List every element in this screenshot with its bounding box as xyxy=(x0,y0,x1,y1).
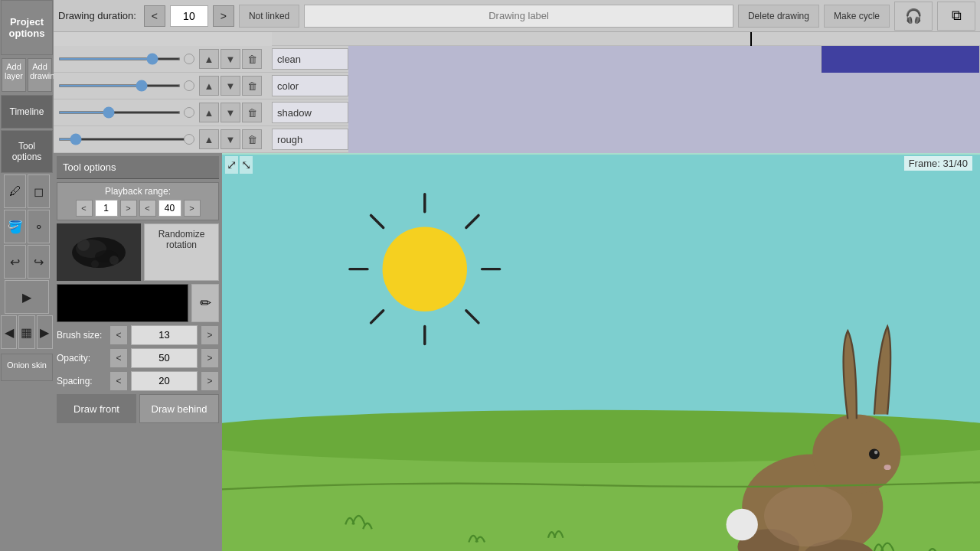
onion-skin-button[interactable]: Onion skin xyxy=(1,354,53,381)
duration-next-button[interactable]: > xyxy=(213,5,234,27)
layers-area: ▲ ▼ 🗑 clean xyxy=(54,46,980,153)
duration-prev-button[interactable]: < xyxy=(144,5,165,27)
playback-range-controls: < 1 > < 40 > xyxy=(76,200,201,217)
spacing-value[interactable]: 20 xyxy=(131,371,198,391)
svg-point-20 xyxy=(869,448,880,459)
play-button[interactable]: ▶ xyxy=(5,280,49,314)
brush-size-row: Brush size: < 13 > xyxy=(57,325,219,345)
svg-point-4 xyxy=(109,256,119,265)
opacity-value[interactable]: 50 xyxy=(131,348,198,368)
layer-down-button[interactable]: ▼ xyxy=(220,103,240,122)
playback-range: Playback range: < 1 > < 40 > xyxy=(57,182,219,220)
layer-up-button[interactable]: ▲ xyxy=(199,129,219,149)
layer-timeline-clean xyxy=(348,46,980,73)
add-drawing-button[interactable]: Add drawing xyxy=(28,58,52,92)
layer-slider-rough[interactable] xyxy=(58,138,187,141)
layer-timeline-rough xyxy=(348,126,980,153)
layer-up-button[interactable]: ▲ xyxy=(199,49,219,69)
draw-mode-buttons: Draw front Draw behind xyxy=(57,394,219,423)
lasso-tool-button[interactable]: ⚬ xyxy=(28,210,50,243)
layer-slider-shadow[interactable] xyxy=(58,111,181,114)
spacing-row: Spacing: < 20 > xyxy=(57,371,219,391)
timeline-button[interactable]: Timeline xyxy=(1,95,53,129)
layer-delete-button[interactable]: 🗑 xyxy=(242,129,262,149)
headphones-icon[interactable]: 🎧 xyxy=(894,2,933,31)
color-swatch[interactable] xyxy=(57,284,188,322)
opacity-label: Opacity: xyxy=(57,353,106,364)
range-end-prev-button[interactable]: < xyxy=(139,200,156,217)
timeline-panel: Drawing duration: < 10 > Not linked Dele… xyxy=(54,0,980,153)
left-sidebar: Project options Add layer Add drawing Ti… xyxy=(0,0,54,551)
duration-value[interactable]: 10 xyxy=(170,5,208,27)
layer-delete-button[interactable]: 🗑 xyxy=(242,76,262,96)
layer-row-clean: ▲ ▼ 🗑 clean xyxy=(54,46,980,73)
tool-icon-row-4: ▶ xyxy=(1,280,53,314)
redo-button[interactable]: ↪ xyxy=(28,245,50,279)
brush-size-label: Brush size: xyxy=(57,330,106,341)
opacity-dec-button[interactable]: < xyxy=(109,348,128,368)
spacing-dec-button[interactable]: < xyxy=(109,371,128,391)
duration-label: Drawing duration: xyxy=(58,10,136,21)
layer-down-button[interactable]: ▼ xyxy=(220,129,240,149)
tool-options-title: Tool options xyxy=(63,161,116,173)
onion-button[interactable]: ▦ xyxy=(18,315,34,349)
fill-tool-button[interactable]: 🪣 xyxy=(4,210,26,243)
range-start-next-button[interactable]: > xyxy=(120,200,137,217)
layer-delete-button[interactable]: 🗑 xyxy=(242,49,262,69)
brush-size-inc-button[interactable]: > xyxy=(201,325,219,345)
undo-button[interactable]: ↩ xyxy=(4,245,26,279)
svg-point-26 xyxy=(764,485,852,547)
range-start-value[interactable]: 1 xyxy=(95,200,118,217)
layer-row-color: ▲ ▼ 🗑 color xyxy=(54,73,980,99)
expand-icon[interactable]: ⤢ xyxy=(225,156,238,174)
not-linked-button[interactable]: Not linked xyxy=(239,5,299,28)
layer-controls-shadow: ▲ ▼ 🗑 xyxy=(199,103,272,122)
layer-controls-color: ▲ ▼ 🗑 xyxy=(199,76,272,96)
layer-name-clean: clean xyxy=(272,48,348,70)
brush-size-value[interactable]: 13 xyxy=(131,325,198,345)
layer-slider-area-shadow xyxy=(54,107,199,118)
range-end-next-button[interactable]: > xyxy=(184,200,201,217)
main-area: Drawing duration: < 10 > Not linked Dele… xyxy=(54,0,980,551)
layer-timeline-shadow xyxy=(348,99,980,126)
playhead[interactable] xyxy=(750,32,752,46)
opacity-inc-button[interactable]: > xyxy=(201,348,219,368)
color-picker-button[interactable]: ✏ xyxy=(191,284,219,322)
layer-slider-clean[interactable] xyxy=(58,57,181,60)
randomize-rotation-button[interactable]: Randomize rotation xyxy=(144,223,219,281)
expand-controls: ⤢ ⤡ xyxy=(225,156,253,174)
layer-up-button[interactable]: ▲ xyxy=(199,76,219,96)
svg-point-19 xyxy=(812,415,900,494)
opacity-row: Opacity: < 50 > xyxy=(57,348,219,368)
project-options-button[interactable]: Project options xyxy=(1,0,53,55)
range-end-value[interactable]: 40 xyxy=(158,200,181,217)
tool-icon-row-2: 🪣 ⚬ xyxy=(1,210,53,243)
layer-row-rough: ▲ ▼ 🗑 rough xyxy=(54,126,980,153)
shrink-icon[interactable]: ⤡ xyxy=(240,156,253,174)
svg-point-3 xyxy=(77,239,90,251)
next-frame-button[interactable]: ▶ xyxy=(37,315,53,349)
layer-up-button[interactable]: ▲ xyxy=(199,103,219,122)
layer-delete-button[interactable]: 🗑 xyxy=(242,103,262,122)
layer-controls-rough: ▲ ▼ 🗑 xyxy=(199,129,272,149)
brush-tool-button[interactable]: 🖊 xyxy=(4,174,26,208)
layers-icon[interactable]: ⧉ xyxy=(937,2,975,31)
add-layer-button[interactable]: Add layer xyxy=(2,58,26,92)
prev-frame-button[interactable]: ◀ xyxy=(1,315,17,349)
scene-canvas[interactable] xyxy=(222,153,980,551)
draw-front-button[interactable]: Draw front xyxy=(57,394,136,423)
frame-info: Frame: 31/40 xyxy=(904,156,972,171)
delete-drawing-button[interactable]: Delete drawing xyxy=(738,5,819,28)
layer-down-button[interactable]: ▼ xyxy=(220,49,240,69)
eraser-tool-button[interactable]: ◻ xyxy=(28,174,50,208)
drawing-label-input[interactable] xyxy=(304,5,733,28)
make-cycle-button[interactable]: Make cycle xyxy=(824,5,890,28)
brush-size-dec-button[interactable]: < xyxy=(109,325,128,345)
layer-down-button[interactable]: ▼ xyxy=(220,76,240,96)
tool-options-button[interactable]: Tool options xyxy=(1,130,53,173)
draw-behind-button[interactable]: Draw behind xyxy=(139,394,219,423)
brush-stroke-preview xyxy=(68,230,129,276)
layer-slider-color[interactable] xyxy=(58,84,181,87)
spacing-inc-button[interactable]: > xyxy=(201,371,219,391)
range-start-prev-button[interactable]: < xyxy=(76,200,93,217)
